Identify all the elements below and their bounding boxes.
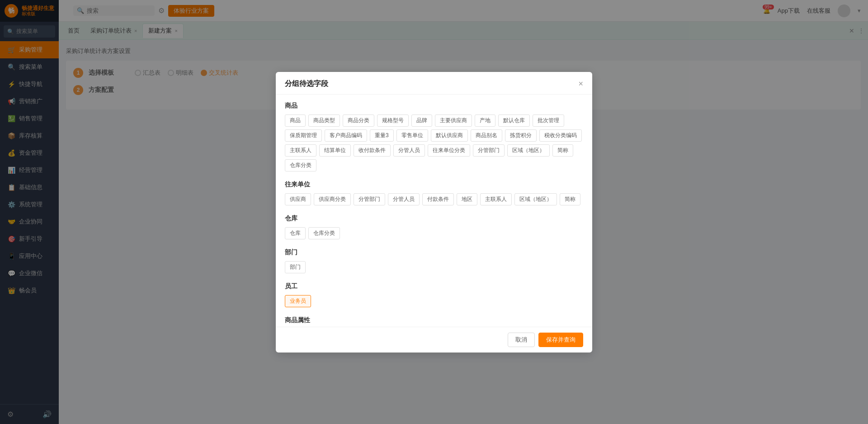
modal-title: 分组待选字段	[285, 79, 328, 89]
section-department-title: 部门	[285, 248, 583, 257]
section-warehouse-tags: 仓库 仓库分类	[285, 227, 583, 239]
confirm-button[interactable]: 保存并查询	[538, 333, 583, 347]
tag-goods-category[interactable]: 商品分类	[343, 114, 374, 127]
tag-brand[interactable]: 品牌	[411, 114, 432, 127]
tag-payment-terms[interactable]: 收付款条件	[354, 144, 391, 157]
section-goods: 商品 商品 商品类型 商品分类 规格型号 品牌 主要供应商 产地 默认仓库 批次…	[285, 102, 583, 172]
tag-warehouse-category-2[interactable]: 仓库分类	[308, 227, 340, 239]
tag-warehouse-category[interactable]: 仓库分类	[285, 159, 316, 172]
tag-supplier[interactable]: 供应商	[285, 193, 311, 205]
tag-pick-points[interactable]: 拣货积分	[505, 129, 537, 142]
section-department: 部门 部门	[285, 248, 583, 273]
section-employee-title: 员工	[285, 282, 583, 291]
tag-short-name-2[interactable]: 简称	[560, 193, 580, 205]
tag-dept-mgmt[interactable]: 分管部门	[473, 144, 505, 157]
tag-goods[interactable]: 商品	[285, 114, 306, 127]
section-counterpart-title: 往来单位	[285, 181, 583, 189]
tag-customer-code[interactable]: 客户商品编码	[325, 129, 367, 142]
section-employee-tags: 业务员	[285, 295, 583, 307]
modal-footer: 取消 保存并查询	[276, 327, 592, 353]
tag-warehouse[interactable]: 仓库	[285, 227, 306, 239]
tag-default-supplier[interactable]: 默认供应商	[431, 129, 468, 142]
tag-payment-condition[interactable]: 付款条件	[422, 193, 454, 205]
tag-manager-staff[interactable]: 分管人员	[393, 144, 425, 157]
tag-origin[interactable]: 产地	[475, 114, 495, 127]
modal-header: 分组待选字段 ×	[276, 72, 592, 95]
section-goods-attr-title: 商品属性	[285, 316, 583, 324]
tag-tax-code[interactable]: 税收分类编码	[539, 129, 582, 142]
tag-department[interactable]: 部门	[285, 261, 306, 273]
modal-body: 商品 商品 商品类型 商品分类 规格型号 品牌 主要供应商 产地 默认仓库 批次…	[276, 95, 592, 327]
tag-supplier-category[interactable]: 供应商分类	[314, 193, 351, 205]
tag-retail-unit[interactable]: 零售单位	[396, 129, 428, 142]
tag-goods-type[interactable]: 商品类型	[308, 114, 340, 127]
section-counterpart: 往来单位 供应商 供应商分类 分管部门 分管人员 付款条件 地区 主联系人 区域…	[285, 181, 583, 205]
tag-settlement-unit[interactable]: 结算单位	[319, 144, 351, 157]
tag-expiry-mgmt[interactable]: 保质期管理	[285, 129, 322, 142]
tag-salesman[interactable]: 业务员	[285, 295, 311, 307]
section-warehouse: 仓库 仓库 仓库分类	[285, 214, 583, 239]
tag-region[interactable]: 区域（地区）	[507, 144, 550, 157]
section-goods-tags: 商品 商品类型 商品分类 规格型号 品牌 主要供应商 产地 默认仓库 批次管理 …	[285, 114, 583, 172]
tag-main-contact[interactable]: 主联系人	[285, 144, 316, 157]
tag-dept-managed[interactable]: 分管部门	[354, 193, 385, 205]
modal: 分组待选字段 × 商品 商品 商品类型 商品分类 规格型号 品牌 主要供应商 产…	[276, 72, 592, 353]
tag-area[interactable]: 地区	[457, 193, 477, 205]
tag-region-2[interactable]: 区域（地区）	[514, 193, 557, 205]
section-goods-title: 商品	[285, 102, 583, 110]
section-warehouse-title: 仓库	[285, 214, 583, 223]
section-goods-attr: 商品属性 属性 颜色 多规格 尺码 鞋码 1	[285, 316, 583, 327]
tag-goods-alias[interactable]: 商品别名	[471, 129, 502, 142]
tag-default-warehouse[interactable]: 默认仓库	[498, 114, 530, 127]
section-counterpart-tags: 供应商 供应商分类 分管部门 分管人员 付款条件 地区 主联系人 区域（地区） …	[285, 193, 583, 205]
tag-spec-model[interactable]: 规格型号	[377, 114, 409, 127]
section-department-tags: 部门	[285, 261, 583, 273]
modal-close-btn[interactable]: ×	[578, 79, 583, 89]
tag-short-name[interactable]: 简称	[552, 144, 573, 157]
cancel-button[interactable]: 取消	[508, 333, 535, 347]
tag-main-contact-2[interactable]: 主联系人	[480, 193, 512, 205]
tag-batch-mgmt[interactable]: 批次管理	[533, 114, 564, 127]
section-employee: 员工 业务员	[285, 282, 583, 307]
modal-overlay: 分组待选字段 × 商品 商品 商品类型 商品分类 规格型号 品牌 主要供应商 产…	[0, 0, 868, 424]
tag-managed-staff[interactable]: 分管人员	[388, 193, 420, 205]
tag-weight3[interactable]: 重量3	[370, 129, 394, 142]
tag-counterpart-category[interactable]: 往来单位分类	[428, 144, 470, 157]
tag-main-supplier[interactable]: 主要供应商	[435, 114, 472, 127]
